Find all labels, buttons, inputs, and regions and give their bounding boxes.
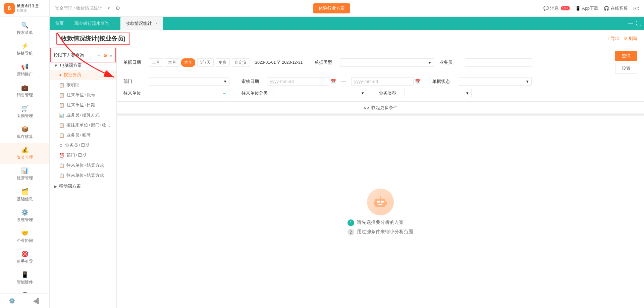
tab-bank-close[interactable]: ×: [113, 21, 115, 26]
filter-actions: 查询 设置: [615, 51, 637, 74]
sidebar-item-capital[interactable]: 💰 资金管理: [0, 143, 49, 164]
panel-item-salesperson-label: 按业务员: [64, 72, 81, 78]
tab-bank[interactable]: 现金银行流水查询 ×: [69, 17, 120, 30]
export-label: 导出: [611, 36, 620, 42]
partner-category-label: 往来单位分类: [241, 90, 268, 96]
sidebar-item-guide[interactable]: 🎯 新手引导: [0, 247, 49, 268]
panel-item-partner-date[interactable]: 📋 往来单位+日期: [50, 100, 116, 110]
last-month-btn[interactable]: 上月: [149, 58, 163, 67]
operation-icon: 📊: [21, 167, 29, 174]
robot-svg: [370, 192, 390, 212]
messages-label: 消息: [550, 5, 559, 11]
tab-maximize-icon[interactable]: ⛶: [636, 20, 641, 27]
sidebar-item-inventory[interactable]: 📦 库存核算: [0, 122, 49, 143]
panel-item-partner-settlement2[interactable]: 📋 往来单位+结算方式: [50, 170, 116, 181]
sales-icon: 💼: [21, 84, 29, 91]
trial-button[interactable]: 体验行业方案: [313, 3, 350, 13]
audit-date-from-input[interactable]: [267, 77, 329, 86]
query-button[interactable]: 查询: [615, 51, 637, 61]
sidebar-label-capital: 资金管理: [17, 155, 33, 160]
biz-type-select[interactable]: ▾: [405, 89, 472, 97]
tab-collection-close[interactable]: ×: [155, 21, 158, 26]
user-avatar[interactable]: Rit: [633, 6, 639, 11]
last7days-btn[interactable]: 近7天: [197, 58, 214, 67]
sidebar-item-hardware[interactable]: 📱 智能硬件: [0, 268, 49, 289]
settings-scheme-icon[interactable]: ⚙: [103, 53, 108, 58]
mobile-section-label: 移动端方案: [59, 183, 81, 189]
partner-category-select[interactable]: ▾: [273, 89, 367, 97]
filter-row-3: 往来单位 ··· 往来单位分类 ▾ 业务类型: [123, 89, 637, 97]
this-year-btn[interactable]: 本年: [181, 58, 195, 67]
tab-home[interactable]: 首页: [50, 17, 69, 30]
audit-date-to-input[interactable]: [351, 77, 414, 86]
sidebar-label-marketing: 营销推广: [17, 71, 33, 77]
svg-rect-1: [377, 201, 380, 203]
sidebar-item-search[interactable]: 🔍 搜索菜单: [0, 18, 49, 39]
doc-type-select[interactable]: ▾: [340, 58, 434, 67]
audit-date-to-group: 📅: [351, 77, 420, 86]
sidebar-nav: 🔍 搜索菜单 ⚡ 快捷导航 📢 营销推广 💼 销售管理 🛒 采购管理 📦 库存核…: [0, 17, 49, 293]
messages-action[interactable]: 💬 消息 99+: [543, 5, 570, 11]
custom-date-btn[interactable]: 自定义: [232, 58, 250, 67]
tip-num-1: 1: [347, 219, 354, 226]
settings-bottom-icon[interactable]: ⚙️: [9, 298, 15, 304]
more-date-btn[interactable]: 更多: [216, 58, 230, 67]
dept-select[interactable]: ▾: [149, 77, 229, 86]
doc-status-chevron: ▾: [526, 79, 529, 84]
sidebar-item-wechat[interactable]: 💬 企业微信: [0, 289, 49, 293]
panel-item-partner-dept[interactable]: 📋 按往来单位+部门+收...: [50, 120, 116, 130]
date-label: 单据日期: [123, 59, 144, 65]
sidebar-item-sales[interactable]: 💼 销售管理: [0, 81, 49, 101]
salesperson-select[interactable]: ···: [465, 58, 532, 67]
panel-item-partner-settlement1[interactable]: 📋 往来单位+结算方式: [50, 160, 116, 170]
sidebar-label-inventory: 库存核算: [17, 134, 33, 140]
empty-tips: 1 请先选择要分析的方案 2 用过滤条件来缩小分析范围: [347, 219, 413, 236]
collapse-panel-icon[interactable]: «: [110, 53, 112, 58]
collapse-sidebar-icon[interactable]: ◀▌: [33, 298, 41, 304]
sidebar-item-enterprise[interactable]: 🤝 企业协同: [0, 226, 49, 247]
app-download-action[interactable]: 📱 App下载: [575, 5, 598, 11]
dept-date-icon: ⏰: [59, 153, 64, 158]
panel-item-dept-date[interactable]: ⏰ 部门+日期: [50, 150, 116, 160]
topbar-actions: 💬 消息 99+ 📱 App下载 🎧 在线客服 Rit: [543, 5, 639, 11]
online-service-action[interactable]: 🎧 在线客服: [604, 5, 628, 11]
sidebar-item-basic[interactable]: 🗂️ 基础信息: [0, 185, 49, 205]
search-icon: 🔍: [21, 21, 29, 29]
sidebar-item-quicknav[interactable]: ⚡ 快捷导航: [0, 39, 49, 60]
tab-collection[interactable]: 收款情况统计 ×: [120, 17, 163, 30]
doc-status-select[interactable]: ▾: [458, 77, 532, 86]
salesperson-active-icon: ●: [59, 72, 62, 78]
refresh-button[interactable]: ↺ 刷新: [624, 36, 637, 42]
service-label: 在线客服: [610, 5, 628, 11]
panel-item-salesperson-account[interactable]: 📋 业务员+账号: [50, 130, 116, 140]
sidebar-item-system[interactable]: ⚙️ 系统管理: [0, 205, 49, 226]
message-badge: 99+: [561, 6, 570, 10]
this-month-btn[interactable]: 本月: [165, 58, 179, 67]
partner-settlement1-icon: 📋: [59, 163, 64, 168]
audit-date-from-group: 📅: [267, 77, 336, 86]
collapse-bar[interactable]: ∧∧ 收起更多条件: [117, 102, 644, 113]
filter-row-2: 部门 ▾ 审核日期 📅 — 📅: [123, 77, 637, 86]
mobile-section-header[interactable]: ▶ 移动端方案: [50, 182, 116, 191]
add-scheme-icon[interactable]: ＋: [97, 52, 101, 58]
panel-item-by-salesperson[interactable]: ● 按业务员: [50, 70, 116, 80]
sidebar-item-marketing[interactable]: 📢 营销推广: [0, 60, 49, 81]
partner-account-icon: 📋: [59, 93, 64, 98]
panel-item-salesperson-settlement[interactable]: 📊 业务员+结算方式: [50, 110, 116, 120]
sidebar-item-operation[interactable]: 📊 经营管理: [0, 164, 49, 185]
collapse-label: 收起更多条件: [371, 105, 397, 111]
panel-item-partner-account[interactable]: 📋 往来单位+账号: [50, 90, 116, 100]
audit-date-to-icon: 📅: [415, 79, 420, 84]
panel-item-salesperson-date[interactable]: ⚙ 业务员+日期: [50, 140, 116, 150]
sidebar-item-purchase[interactable]: 🛒 采购管理: [0, 101, 49, 122]
panel-item-detail-label: 按明细: [66, 82, 79, 88]
export-button[interactable]: ↑ 导出: [607, 36, 620, 42]
tab-minimize-icon[interactable]: —: [628, 20, 633, 27]
chevron-down-icon[interactable]: ▾: [108, 6, 110, 11]
partner-select[interactable]: ···: [149, 89, 229, 97]
desktop-section-header[interactable]: ▼ 电脑端方案: [50, 61, 116, 70]
settings-button[interactable]: 设置: [615, 63, 637, 74]
topbar-gear-icon[interactable]: ⚙: [115, 5, 120, 11]
panel-item-by-detail[interactable]: 📋 按明细: [50, 80, 116, 90]
logo-icon: 6: [4, 3, 15, 14]
